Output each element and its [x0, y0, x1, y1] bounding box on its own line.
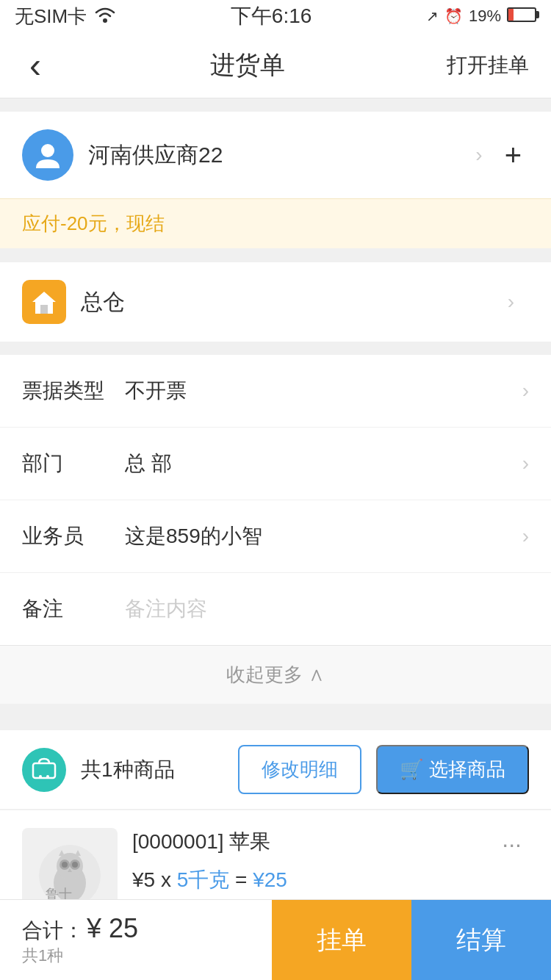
product-title: 苹果 [229, 830, 270, 853]
status-bar: 无SIM卡 下午6:16 ↗ ⏰ 19% [0, 0, 551, 32]
svg-point-12 [62, 862, 68, 868]
nav-bar: ‹ 进货单 打开挂单 [0, 32, 551, 98]
open-hang-button[interactable]: 打开挂单 [447, 51, 529, 79]
user-icon [33, 140, 62, 170]
product-price: ¥5 x 5千克 = ¥25 [132, 866, 480, 894]
total-label: 合计： [22, 917, 84, 945]
page-title: 进货单 [210, 48, 285, 82]
ticket-type-label: 票据类型 [22, 377, 125, 405]
svg-point-1 [41, 144, 54, 157]
equals-sign: = [235, 868, 253, 891]
status-right: ↗ ⏰ 19% [426, 6, 536, 26]
unit-price: ¥5 [132, 868, 155, 891]
product-code: [0000001] [132, 830, 224, 853]
ticket-type-row[interactable]: 票据类型 不开票 › [0, 355, 551, 428]
checkout-button[interactable]: 结算 [411, 900, 551, 980]
add-supplier-button[interactable]: + [497, 139, 529, 172]
products-icon [22, 748, 66, 792]
svg-point-5 [39, 775, 42, 778]
cart-icon [32, 757, 57, 782]
divider-1 [0, 98, 551, 112]
total-price: ¥25 [253, 868, 287, 891]
select-product-button[interactable]: 🛒 选择商品 [376, 745, 529, 794]
products-count: 共1种商品 [81, 756, 223, 784]
supplier-avatar [22, 129, 73, 181]
department-chevron-icon: › [522, 452, 529, 475]
svg-rect-3 [40, 305, 48, 314]
quantity: 5千克 [177, 868, 230, 891]
bottom-bar: 合计： ¥ 25 共1种 挂单 结算 [0, 899, 551, 980]
divider-4 [0, 704, 551, 717]
salesperson-value: 这是859的小智 [125, 522, 515, 550]
svg-point-6 [46, 775, 49, 778]
wifi-icon [94, 5, 116, 28]
total-section: 合计： ¥ 25 共1种 [0, 900, 272, 980]
ticket-type-chevron-icon: › [522, 379, 529, 403]
warehouse-section: 总仓 › [0, 262, 551, 342]
battery-icon [507, 6, 536, 26]
warehouse-chevron-icon: › [508, 290, 514, 314]
collapse-label: 收起更多 ∧ [226, 662, 324, 688]
product-name: [0000001] 苹果 [132, 828, 480, 856]
status-left: 无SIM卡 [15, 4, 116, 29]
select-cart-icon: 🛒 [400, 758, 423, 781]
multiply-sign: x [161, 868, 177, 891]
alarm-icon: ⏰ [444, 7, 463, 25]
home-icon [31, 289, 57, 315]
collapse-bar[interactable]: 收起更多 ∧ [0, 645, 551, 704]
note-row[interactable]: 备注 备注内容 [0, 573, 551, 645]
divider-2 [0, 248, 551, 262]
salesperson-row[interactable]: 业务员 这是859的小智 › [0, 500, 551, 573]
svg-rect-4 [33, 763, 55, 778]
products-header: 共1种商品 修改明细 🛒 选择商品 [0, 730, 551, 809]
note-label: 备注 [22, 595, 125, 623]
form-section: 票据类型 不开票 › 部门 总 部 › 业务员 这是859的小智 › 备注 备注… [0, 355, 551, 645]
back-button[interactable]: ‹ [22, 37, 48, 93]
modify-detail-button[interactable]: 修改明细 [238, 745, 361, 794]
svg-point-13 [72, 862, 78, 868]
supplier-section: 河南供应商22 › + 应付-20元，现结 [0, 112, 551, 248]
warning-text: 应付-20元，现结 [22, 212, 165, 234]
salesperson-chevron-icon: › [522, 525, 529, 548]
battery-percent: 19% [469, 7, 501, 26]
warehouse-icon [22, 280, 66, 324]
total-amount: ¥ 25 [87, 913, 138, 944]
warning-bar: 应付-20元，现结 [0, 198, 551, 248]
note-placeholder: 备注内容 [125, 595, 529, 623]
total-sub: 共1种 [22, 945, 250, 967]
select-product-label: 选择商品 [429, 757, 505, 782]
carrier-label: 无SIM卡 [15, 4, 87, 29]
divider-3 [0, 342, 551, 355]
product-info: [0000001] 苹果 ¥5 x 5千克 = ¥25 [132, 828, 480, 894]
supplier-row[interactable]: 河南供应商22 › + [0, 112, 551, 198]
supplier-chevron-icon: › [475, 143, 482, 167]
location-icon: ↗ [426, 7, 439, 25]
department-row[interactable]: 部门 总 部 › [0, 428, 551, 500]
product-more-button[interactable]: ··· [494, 828, 529, 861]
department-value: 总 部 [125, 450, 515, 478]
warehouse-row[interactable]: 总仓 › [0, 262, 551, 342]
warehouse-name: 总仓 [81, 287, 508, 317]
time-label: 下午6:16 [231, 2, 312, 30]
ticket-type-value: 不开票 [125, 377, 515, 405]
supplier-name: 河南供应商22 [88, 140, 475, 170]
svg-point-0 [103, 18, 107, 23]
salesperson-label: 业务员 [22, 522, 125, 550]
hang-button[interactable]: 挂单 [272, 900, 411, 980]
department-label: 部门 [22, 450, 125, 478]
